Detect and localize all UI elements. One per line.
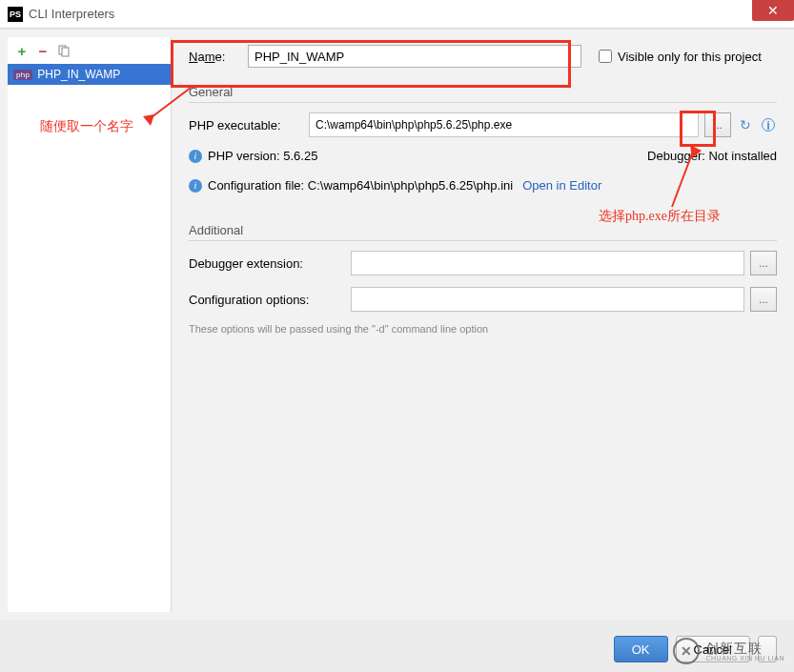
open-editor-link[interactable]: Open in Editor [522, 178, 601, 193]
copy-icon [57, 44, 71, 57]
php-tag-icon: php [13, 70, 32, 80]
interpreter-list: php PHP_IN_WAMP [8, 64, 171, 612]
add-button[interactable]: + [13, 42, 31, 59]
name-input[interactable] [248, 45, 581, 68]
svg-rect-1 [62, 48, 69, 56]
watermark: ✕ 创新互联 CHUANG XIN HU LIAN [673, 638, 784, 664]
window-title: CLI Interpreters [29, 7, 114, 21]
config-text: Configuration file: C:\wamp64\bin\php\ph… [208, 178, 513, 193]
name-row: Name: Visible only for this project [189, 45, 777, 68]
reload-icon: ↻ [740, 117, 751, 132]
visible-label: Visible only for this project [618, 50, 762, 64]
remove-button[interactable]: − [34, 42, 51, 59]
app-icon: PS [8, 7, 23, 22]
content-panel: Name: Visible only for this project Gene… [172, 30, 794, 620]
list-item[interactable]: php PHP_IN_WAMP [8, 64, 171, 85]
general-section-title: General [189, 85, 777, 103]
exec-label: PHP executable: [189, 118, 299, 132]
visible-checkbox[interactable] [599, 50, 612, 63]
debugger-status: Debugger: Not installed [647, 149, 777, 163]
exec-row: PHP executable: … ↻ i [189, 112, 777, 137]
dialog-body: + − php PHP_IN_WAMP Name: Visible only f… [0, 29, 794, 620]
sidebar: + − php PHP_IN_WAMP [8, 37, 172, 612]
config-opts-row: Configuration options: … [189, 287, 777, 312]
visible-checkbox-row: Visible only for this project [599, 50, 762, 64]
list-item-label: PHP_IN_WAMP [37, 68, 120, 81]
copy-button[interactable] [55, 42, 72, 59]
name-label: Name: [189, 50, 238, 64]
titlebar: PS CLI Interpreters ✕ [0, 0, 794, 29]
info-icon: i [189, 150, 202, 163]
version-text: PHP version: 5.6.25 [208, 149, 317, 163]
ok-button[interactable]: OK [614, 636, 668, 662]
watermark-logo: ✕ [673, 638, 700, 664]
info-icon: i [762, 118, 775, 132]
close-button[interactable]: ✕ [752, 0, 794, 21]
watermark-text: 创新互联 CHUANG XIN HU LIAN [705, 641, 784, 662]
config-opts-label: Configuration options: [189, 293, 341, 307]
exec-input[interactable] [309, 112, 699, 137]
debugger-ext-label: Debugger extension: [189, 256, 341, 271]
options-hint: These options will be passed using the "… [189, 323, 777, 335]
browse-config-opts-button[interactable]: … [750, 287, 777, 312]
reload-button[interactable]: ↻ [737, 116, 754, 133]
config-row: i Configuration file: C:\wamp64\bin\php\… [189, 178, 777, 193]
browse-exec-button[interactable]: … [704, 112, 731, 137]
additional-section-title: Additional [189, 223, 777, 241]
debugger-ext-row: Debugger extension: … [189, 251, 777, 275]
config-opts-input[interactable] [351, 287, 744, 312]
debugger-ext-input[interactable] [351, 251, 744, 275]
info-icon: i [189, 179, 202, 193]
help-button[interactable]: i [760, 116, 777, 133]
browse-debugger-ext-button[interactable]: … [750, 251, 777, 275]
version-row: i PHP version: 5.6.25 Debugger: Not inst… [189, 149, 777, 163]
sidebar-toolbar: + − [8, 37, 171, 64]
